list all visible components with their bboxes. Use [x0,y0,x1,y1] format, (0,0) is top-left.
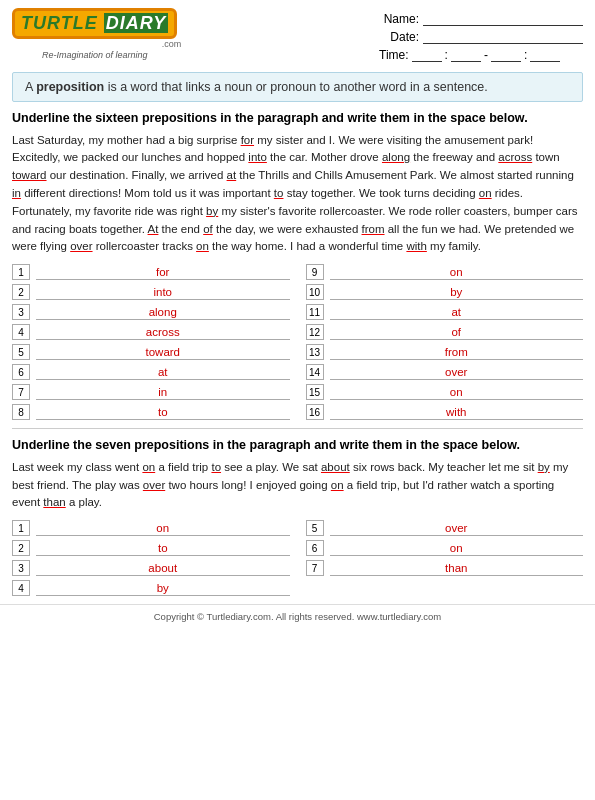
answer-row: 6 on [306,540,584,556]
time-seg-2 [451,48,481,62]
intro-bold-word: preposition [36,80,104,94]
answer-word: to [158,406,168,419]
answer-word: with [446,406,466,419]
num-box: 7 [306,560,324,576]
num-box: 10 [306,284,324,300]
answer-row: 4 by [12,580,290,596]
divider1 [12,428,583,429]
answer-row: 3 about [12,560,290,576]
section1-paragraph: Last Saturday, my mother had a big surpr… [12,132,583,257]
answer-word: by [157,582,169,595]
prep-on1: on [479,187,492,199]
num-box: 9 [306,264,324,280]
answer-word: of [451,326,461,339]
answer-line: over [330,364,584,380]
answer-line: of [330,324,584,340]
intro-box: A preposition is a word that links a nou… [12,72,583,102]
answer-row: 5 over [306,520,584,536]
answer-word: on [450,266,463,279]
time-seg-4 [530,48,560,62]
answer-row: 3 along [12,304,290,320]
time-row: Time: : - : [379,48,583,62]
prep-on2: on [196,240,209,252]
prep-of: of [203,223,213,235]
name-row: Name: [379,12,583,26]
answer-line: by [330,284,584,300]
intro-text-before: A [25,80,36,94]
logo-area: TURTLE DIARY .com Re-Imagination of lear… [12,8,177,60]
time-seg-3 [491,48,521,62]
num-box: 2 [12,540,30,556]
answer-line: to [36,404,290,420]
answer-row: 13 from [306,344,584,360]
answer-row: 2 into [12,284,290,300]
logo-dotcom: .com [162,39,182,49]
answer-word: by [450,286,462,299]
prep-toward: toward [12,169,47,181]
logo: TURTLE DIARY [12,8,177,39]
answer-line: on [330,264,584,280]
answer-line: across [36,324,290,340]
answer-row: 12 of [306,324,584,340]
answer-row: 6 at [12,364,290,380]
prep-with: with [406,240,426,252]
answer-row: 15 on [306,384,584,400]
answer-word: at [451,306,461,319]
answer-line: at [330,304,584,320]
section2-title: Underline the seven prepositions in the … [12,437,583,455]
s2-prep-over: over [143,479,165,491]
answer-line: along [36,304,290,320]
prep-across: across [498,151,532,163]
answer-word: along [149,306,177,319]
answer-row: 1 on [12,520,290,536]
date-input-line [423,30,583,44]
answer-word: for [156,266,169,279]
num-box: 1 [12,520,30,536]
num-box: 12 [306,324,324,340]
intro-text-after: is a word that links a noun or pronoun t… [104,80,488,94]
date-label: Date: [379,30,419,44]
s2-prep-to: to [211,461,221,473]
section1-title: Underline the sixteen prepositions in th… [12,110,583,128]
prep-at1: at [227,169,237,181]
s2-prep-than: than [43,496,65,508]
answer-row: 10 by [306,284,584,300]
answer-line: to [36,540,290,556]
prep-for: for [241,134,254,146]
answer-line: by [36,580,290,596]
answer-line: over [330,520,584,536]
answer-word: across [146,326,180,339]
answer-line: on [36,520,290,536]
answer-row: 1 for [12,264,290,280]
answer-word: in [158,386,167,399]
section1-answers: 1 for 9 on 2 into 10 by 3 [12,264,583,420]
prep-over: over [70,240,92,252]
answer-word: at [158,366,168,379]
num-box: 4 [12,580,30,596]
prep-in: in [12,187,21,199]
num-box: 5 [12,344,30,360]
time-seg-1 [412,48,442,62]
num-box: 6 [12,364,30,380]
name-label: Name: [379,12,419,26]
answer-line: at [36,364,290,380]
name-fields: Name: Date: Time: : - : [379,12,583,62]
answer-line: than [330,560,584,576]
answer-word: toward [145,346,180,359]
prep-into: into [248,151,267,163]
prep-along: along [382,151,410,163]
answer-word: about [148,562,177,575]
date-row: Date: [379,30,583,44]
s2-prep-by: by [538,461,550,473]
num-box: 3 [12,560,30,576]
s2-prep-about: about [321,461,350,473]
num-box: 2 [12,284,30,300]
num-box: 16 [306,404,324,420]
answer-row: 2 to [12,540,290,556]
answer-row: 11 at [306,304,584,320]
num-box: 6 [306,540,324,556]
answer-line: from [330,344,584,360]
s2-prep-on1: on [142,461,155,473]
prep-by: by [206,205,218,217]
answer-row: 14 over [306,364,584,380]
